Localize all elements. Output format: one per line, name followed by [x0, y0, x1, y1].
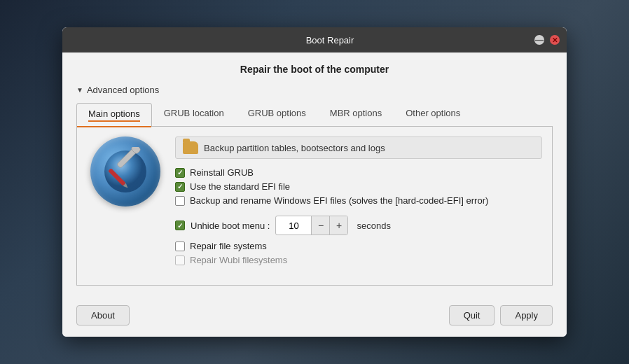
logo-area: [87, 136, 164, 206]
window-title: Boot Repair: [125, 35, 534, 46]
checkbox-repair-fs: Repair file systems: [175, 241, 542, 251]
checkbox-repair-wubi: Repair Wubi filesystems: [175, 255, 542, 265]
increment-button[interactable]: +: [329, 216, 347, 234]
titlebar: Boot Repair — ✕: [62, 27, 567, 52]
apply-button[interactable]: Apply: [500, 305, 553, 326]
quit-button[interactable]: Quit: [449, 305, 495, 326]
logo-svg: [101, 147, 150, 196]
tab-grub-location[interactable]: GRUB location: [152, 102, 236, 126]
main-options-layout: Backup partition tables, bootsectors and…: [87, 136, 542, 275]
minimize-button[interactable]: —: [534, 35, 544, 45]
backup-row: Backup partition tables, bootsectors and…: [175, 136, 542, 159]
checkboxes-group: Reinstall GRUB Use the standard EFI file…: [175, 167, 542, 206]
bottom-buttons: About Quit Apply: [76, 297, 553, 326]
window-controls: — ✕: [534, 35, 560, 45]
window-header: Repair the boot of the computer: [76, 64, 553, 75]
seconds-label: seconds: [357, 220, 390, 231]
cb-standard-efi[interactable]: [175, 182, 185, 192]
cb-reinstall-grub[interactable]: [175, 168, 185, 178]
triangle-icon: ▼: [76, 86, 83, 94]
right-buttons: Quit Apply: [449, 305, 553, 326]
cb-repair-wubi[interactable]: [175, 255, 185, 265]
tab-other-options[interactable]: Other options: [394, 102, 472, 126]
folder-icon: [183, 141, 198, 154]
tabs-container: Main options GRUB location GRUB options …: [76, 102, 553, 127]
tab-content: Backup partition tables, bootsectors and…: [76, 127, 553, 286]
tab-grub-options[interactable]: GRUB options: [236, 102, 318, 126]
tab-mbr-options[interactable]: MBR options: [318, 102, 394, 126]
about-button[interactable]: About: [76, 305, 130, 326]
cb-repair-fs[interactable]: [175, 241, 185, 251]
advanced-options-label: Advanced options: [87, 85, 159, 95]
unhide-row: Unhide boot menu : − + seconds: [175, 216, 542, 235]
options-area: Backup partition tables, bootsectors and…: [175, 136, 542, 275]
backup-label: Backup partition tables, bootsectors and…: [204, 143, 385, 153]
checkbox-reinstall-grub: Reinstall GRUB: [175, 167, 542, 178]
bottom-checkboxes-group: Repair file systems Repair Wubi filesyst…: [175, 241, 542, 265]
decrement-button[interactable]: −: [311, 216, 329, 234]
boot-repair-logo: [90, 136, 160, 206]
tab-main-options[interactable]: Main options: [76, 103, 152, 127]
window-body: Repair the boot of the computer ▼ Advanc…: [62, 52, 567, 337]
number-input-group: − +: [275, 216, 348, 235]
unhide-label: Unhide boot menu :: [191, 220, 270, 231]
advanced-options-toggle[interactable]: ▼ Advanced options: [76, 85, 553, 95]
checkbox-standard-efi: Use the standard EFI file: [175, 181, 542, 192]
checkbox-backup-efi: Backup and rename Windows EFI files (sol…: [175, 195, 542, 206]
cb-backup-efi[interactable]: [175, 196, 185, 206]
boot-timeout-input[interactable]: [276, 218, 311, 233]
close-button[interactable]: ✕: [550, 35, 560, 45]
main-window: Boot Repair — ✕ Repair the boot of the c…: [62, 27, 567, 337]
cb-unhide-boot[interactable]: [175, 220, 185, 230]
